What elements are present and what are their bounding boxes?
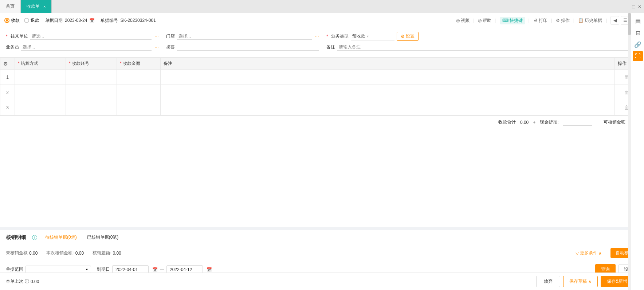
- total-value: 0.00: [520, 120, 529, 125]
- save-draft-chevron: ∧: [588, 279, 592, 284]
- staff-more-icon[interactable]: ···: [154, 44, 159, 50]
- form-area: * 往来单位 ··· 门店 ··· * 业务类型 预收款 ▾ ⚙: [0, 28, 644, 58]
- staff-label: 业务员: [6, 44, 19, 50]
- radio-receipt[interactable]: 收款: [4, 17, 20, 24]
- question-icon: ◎: [478, 18, 482, 23]
- summary-input[interactable]: [177, 44, 319, 51]
- date-calendar-icon[interactable]: 📅: [89, 18, 95, 23]
- range-select[interactable]: ▾: [25, 266, 91, 273]
- print-btn[interactable]: 🖨 打印: [533, 17, 547, 24]
- row-2-settlement[interactable]: [15, 85, 66, 100]
- current-value: 0.00: [75, 251, 84, 256]
- prev-icon[interactable]: ◀: [610, 16, 619, 25]
- current-label: 本次核销金额:: [46, 250, 74, 256]
- date-from-calendar-icon[interactable]: 📅: [152, 267, 158, 272]
- due-date-label: 到期日: [97, 266, 110, 273]
- core-info-icon[interactable]: i: [32, 235, 37, 240]
- toolbar-right: ◎ 视频 | ◎ 帮助 | ⌨ 快捷键 | 🖨 打印 | ⚙ 操作: [456, 16, 640, 25]
- gear-icon: ⚙: [401, 34, 405, 39]
- note-input[interactable]: [337, 44, 638, 51]
- counterpart-more-icon[interactable]: ···: [154, 34, 159, 39]
- unverified-value: 0.00: [29, 251, 38, 256]
- video-btn[interactable]: ◎ 视频: [456, 17, 470, 24]
- tab-active[interactable]: 收款单 ×: [21, 0, 52, 13]
- save-draft-label: 保存草稿: [569, 278, 587, 285]
- row-1-settlement[interactable]: [15, 70, 66, 85]
- ops-icon: ⚙: [556, 18, 560, 23]
- discard-btn[interactable]: 放弃: [536, 276, 560, 287]
- filter-icon: ▽: [576, 251, 579, 256]
- row-1-note[interactable]: [161, 70, 615, 85]
- row-2-amount[interactable]: [117, 85, 161, 100]
- help-label: 帮助: [483, 17, 491, 24]
- row-2-account[interactable]: [66, 85, 117, 100]
- row-3-account[interactable]: [66, 100, 117, 115]
- row-3-amount[interactable]: [117, 100, 161, 115]
- operations-btn[interactable]: ⚙ 操作: [556, 17, 570, 24]
- row-2-note[interactable]: [161, 85, 615, 100]
- shortcut-icon: ⌨: [502, 18, 508, 23]
- row-3-settlement[interactable]: [15, 100, 66, 115]
- history-icon: 📋: [578, 18, 584, 23]
- store-input[interactable]: [177, 33, 312, 40]
- sidebar-icon-4[interactable]: ⛶: [633, 51, 643, 61]
- row-3-note[interactable]: [161, 100, 615, 115]
- number-label: 单据编号: [101, 17, 118, 24]
- sidebar-icon-2[interactable]: ⊟: [633, 28, 643, 38]
- save-draft-btn[interactable]: 保存草稿 ∧: [563, 276, 598, 287]
- current-stat: 本次核销金额: 0.00: [46, 250, 84, 256]
- right-sidebar: ▤ ⊟ 🔗 ⛶: [631, 13, 644, 290]
- date-field: 单据日期 2023-03-24 📅: [45, 17, 95, 24]
- save-new-label: 保存&新增: [607, 278, 627, 285]
- unverified-label: 未核销金额: [6, 250, 28, 256]
- form-row-1: * 往来单位 ··· 门店 ··· * 业务类型 预收款 ▾ ⚙: [6, 32, 638, 41]
- cash-discount-input[interactable]: [563, 119, 592, 126]
- counterpart-input[interactable]: [30, 33, 152, 40]
- chevron-up-icon: ∧: [598, 251, 602, 256]
- scroll-thumb[interactable]: [628, 13, 631, 35]
- tab-close-icon[interactable]: ×: [43, 4, 46, 9]
- divider5: |: [573, 18, 574, 23]
- main-table: ⚙ * 结算方式 * 收款账号 * 收款金额 备注: [0, 58, 644, 115]
- tab-bar-right: — □ ×: [624, 4, 644, 9]
- history-btn[interactable]: 📋 历史单据: [578, 17, 602, 24]
- store-field: 门店 ···: [166, 33, 319, 40]
- staff-input[interactable]: [21, 44, 152, 51]
- number-value: SK-20230324-001: [120, 18, 156, 23]
- core-title: 核销明细: [6, 234, 26, 241]
- available-label: 可核销金额: [604, 119, 625, 125]
- tab-home-label: 首页: [6, 3, 15, 9]
- row-1-amount[interactable]: [117, 70, 161, 85]
- window-close-icon[interactable]: ×: [638, 4, 641, 9]
- more-conditions-btn[interactable]: ▽ 更多条件 ∧: [576, 250, 602, 256]
- radio-refund[interactable]: 退款: [24, 17, 39, 24]
- business-required: *: [326, 34, 328, 39]
- sidebar-icon-3[interactable]: 🔗: [633, 39, 643, 50]
- maximize-icon[interactable]: □: [632, 4, 635, 9]
- minimize-icon[interactable]: —: [624, 4, 629, 9]
- done-tab[interactable]: 已核销单据(0笔): [85, 234, 121, 241]
- video-label: 视频: [461, 17, 470, 24]
- help-btn[interactable]: ◎ 帮助: [478, 17, 491, 24]
- period-info-icon[interactable]: ⓘ: [25, 278, 29, 285]
- discount-label: 现金折扣:: [540, 119, 558, 125]
- radio-receipt-label: 收款: [11, 17, 20, 24]
- table-gear-icon[interactable]: ⚙: [3, 61, 8, 67]
- store-more-icon[interactable]: ···: [315, 34, 319, 39]
- sidebar-icon-1[interactable]: ▤: [633, 16, 643, 26]
- note-label: 备注: [326, 44, 335, 50]
- print-label: 打印: [539, 17, 547, 24]
- section-divider: [0, 227, 644, 230]
- tab-active-label: 收款单: [27, 3, 40, 9]
- row-1-account[interactable]: [66, 70, 117, 85]
- table-row: 1 🗑 ⧉: [0, 70, 644, 85]
- shortcut-btn[interactable]: ⌨ 快捷键: [500, 17, 525, 24]
- business-type-select[interactable]: 预收款 ▾: [351, 32, 394, 40]
- form-settings-btn[interactable]: ⚙ 设置: [397, 32, 419, 41]
- col-amount-header: * 收款金额: [117, 58, 161, 70]
- total-label: 收款合计: [498, 119, 516, 125]
- pending-tab[interactable]: 待核销单据(0笔): [43, 234, 79, 241]
- date-to-calendar-icon[interactable]: 📅: [207, 267, 212, 272]
- tab-home[interactable]: 首页: [0, 0, 21, 13]
- counterpart-field: * 往来单位 ···: [6, 33, 159, 40]
